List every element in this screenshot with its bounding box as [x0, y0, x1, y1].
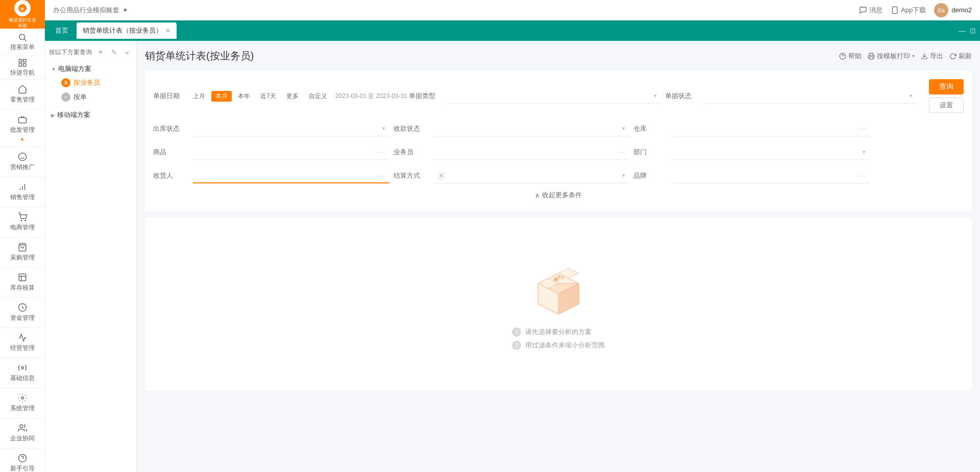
tab-close-icon[interactable]: ✕	[165, 28, 170, 34]
svg-rect-18	[19, 274, 26, 281]
filter-out-status-group: 出库状态 ▾	[153, 121, 394, 136]
filter-doc-type-group: 单据类型 ▾	[409, 88, 665, 104]
svg-point-43	[561, 276, 564, 279]
refresh-icon	[949, 53, 957, 60]
filter-dept-group: 部门 ▾	[633, 145, 874, 160]
date-btn-last-month[interactable]: 上月	[189, 91, 209, 102]
out-status-select[interactable]: ▾	[193, 121, 389, 136]
sidebar-item-ops[interactable]: 经营管理	[0, 328, 44, 358]
date-btn-7days[interactable]: 近7天	[256, 91, 280, 102]
settings-button[interactable]: 设置	[929, 98, 964, 113]
mobile-scheme-title[interactable]: ▶ 移动端方案	[49, 108, 132, 122]
scheme-item-by-order[interactable]: ≡ 按单	[49, 90, 132, 104]
sidebar-item-inventory[interactable]: 库存核算	[0, 268, 44, 298]
warehouse-label: 仓库	[633, 124, 669, 133]
user-avatar: Ea	[934, 3, 948, 17]
user-area[interactable]: Ea demo2	[934, 3, 972, 17]
svg-point-9	[18, 153, 26, 160]
filter-row-3: 商品 ··· 业务员 ··· 部门	[153, 145, 964, 160]
brand-label: 品牌	[633, 171, 669, 180]
svg-point-16	[25, 220, 26, 221]
svg-rect-44	[557, 275, 560, 278]
scheme-item-by-staff[interactable]: 按业务员	[49, 76, 132, 90]
print-button[interactable]: 按模板打印 ▾	[868, 52, 915, 61]
goods-select[interactable]: ···	[193, 145, 389, 160]
sidebar-item-retail[interactable]: 零售管理	[0, 80, 44, 110]
collect-status-select[interactable]: ▾	[433, 121, 630, 136]
svg-rect-29	[892, 7, 897, 13]
phone-icon	[891, 6, 899, 14]
collapse-label: 收起更多条件	[542, 191, 582, 200]
staff-select[interactable]: ···	[433, 145, 630, 160]
sidebar-item-purchase[interactable]: 采购管理	[0, 238, 44, 268]
page-title: 销货单统计表(按业务员)	[145, 49, 254, 63]
receiver-label: 收货人	[153, 171, 189, 180]
warehouse-select[interactable]: ···	[673, 121, 870, 136]
sidebar-quicknav-item[interactable]: 快捷导航	[0, 56, 44, 80]
export-button[interactable]: 导出	[921, 52, 943, 61]
date-btn-custom[interactable]: 自定义	[305, 91, 331, 102]
dept-select[interactable]: ▾	[673, 145, 870, 160]
message-label: 消息	[869, 6, 883, 15]
export-icon	[921, 53, 928, 60]
svg-rect-5	[23, 59, 26, 62]
settle-tag-x[interactable]: ×	[439, 172, 443, 179]
sidebar-item-corp[interactable]: 企业协同	[0, 418, 44, 449]
sidebar-item-wholesale[interactable]: 批发管理 ▲	[0, 110, 44, 147]
date-btn-more[interactable]: 更多	[282, 91, 303, 102]
tab-restore-button[interactable]: ⊡	[970, 27, 976, 35]
sidebar-logo[interactable]: 畅 畅捷通好生意 标版	[0, 0, 45, 29]
sidebar-item-basic[interactable]: 基础信息	[0, 358, 44, 388]
refresh-button[interactable]: 刷新	[949, 52, 972, 61]
top-header: 办公用品行业模拟账套 ▾ 消息 App下载 Ea dem	[45, 0, 980, 20]
tab-home[interactable]: 首页	[49, 22, 75, 39]
by-staff-label: 按业务员	[74, 78, 100, 87]
doc-status-select[interactable]: ▾	[705, 88, 917, 104]
svg-point-22	[19, 424, 22, 428]
add-scheme-button[interactable]: +	[95, 47, 106, 57]
brand-select[interactable]: ···	[673, 168, 870, 183]
doc-type-dropdown-icon: ▾	[654, 92, 657, 99]
doc-status-label: 单据状态	[665, 91, 701, 101]
header-right: 消息 App下载 Ea demo2	[859, 3, 972, 17]
sidebar-item-sales-label: 销售管理	[10, 193, 35, 202]
sidebar-item-finance[interactable]: 资金管理	[0, 298, 44, 328]
help-icon	[839, 53, 846, 60]
collapse-button[interactable]: ∧ 收起更多条件	[535, 187, 582, 203]
app-title-dropdown-icon: ▾	[124, 6, 127, 14]
sidebar-item-newbie[interactable]: 新手引导	[0, 449, 44, 472]
query-button[interactable]: 查询	[929, 79, 964, 95]
tip-2-number: 2	[512, 341, 521, 350]
pc-scheme-title[interactable]: ▼ 电脑端方案	[49, 62, 132, 76]
date-btn-this-year[interactable]: 本年	[234, 91, 254, 102]
tab-minimize-button[interactable]: —	[959, 27, 966, 35]
edit-scheme-button[interactable]: ✎	[109, 47, 119, 57]
content-area: 按以下方案查询 + ✎ « ▼ 电脑端方案	[45, 41, 980, 472]
help-button[interactable]: 帮助	[839, 52, 862, 61]
sidebar-item-marketing[interactable]: 营销推广	[0, 147, 44, 177]
empty-tip-1: 1 请先选择要分析的方案	[512, 327, 605, 337]
sidebar-item-system[interactable]: 系统管理	[0, 388, 44, 418]
settle-select[interactable]: × ▾	[433, 168, 630, 183]
date-buttons: 上月 本月 本年 近7天 更多 自定义	[189, 91, 331, 102]
app-download-button[interactable]: App下载	[891, 6, 926, 15]
collapse-icon: ∧	[535, 192, 540, 199]
date-btn-this-month[interactable]: 本月	[211, 91, 232, 102]
left-panel-header: 按以下方案查询 + ✎ «	[49, 47, 132, 57]
sidebar-item-sales[interactable]: 销售管理	[0, 177, 44, 207]
filter-receiver-group: 收货人 ···	[153, 168, 394, 183]
collapse-panel-button[interactable]: «	[122, 47, 132, 57]
left-panel-title: 按以下方案查询	[49, 48, 92, 57]
main-area: 办公用品行业模拟账套 ▾ 消息 App下载 Ea dem	[45, 0, 980, 472]
svg-rect-34	[870, 57, 873, 59]
out-status-label: 出库状态	[153, 124, 189, 133]
message-button[interactable]: 消息	[859, 6, 883, 15]
app-title-area[interactable]: 办公用品行业模拟账套 ▾	[53, 6, 127, 15]
sidebar-search-item[interactable]: 搜索菜单	[0, 29, 44, 56]
sidebar-item-ecom[interactable]: 电商管理	[0, 207, 44, 238]
pc-scheme-section: ▼ 电脑端方案 按业务员 ≡	[49, 62, 132, 104]
doc-type-select[interactable]: ▾	[449, 88, 660, 104]
tab-sales-stat[interactable]: 销货单统计表（按业务员） ✕	[77, 22, 177, 39]
print-dropdown-icon[interactable]: ▾	[912, 53, 915, 59]
receiver-select[interactable]: ···	[193, 168, 389, 183]
